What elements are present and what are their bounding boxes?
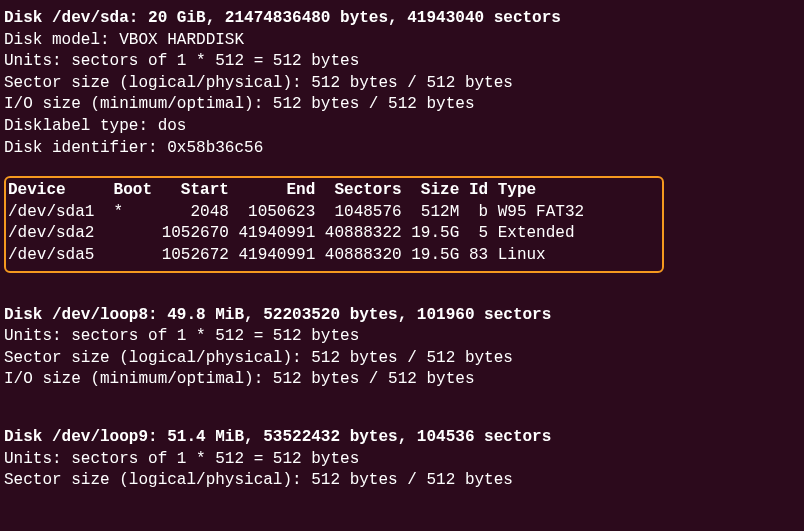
disk-loop9-sector: Sector size (logical/physical): 512 byte…	[4, 470, 800, 492]
disk-sda-model: Disk model: VBOX HARDDISK	[4, 30, 800, 52]
disk-sda-identifier: Disk identifier: 0x58b36c56	[4, 138, 800, 160]
disk-loop8-sector: Sector size (logical/physical): 512 byte…	[4, 348, 800, 370]
disk-sda-units: Units: sectors of 1 * 512 = 512 bytes	[4, 51, 800, 73]
disk-sda-header: Disk /dev/sda: 20 GiB, 21474836480 bytes…	[4, 8, 800, 30]
disk-loop9-units: Units: sectors of 1 * 512 = 512 bytes	[4, 449, 800, 471]
disk-sda-io: I/O size (minimum/optimal): 512 bytes / …	[4, 94, 800, 116]
disk-loop8-units: Units: sectors of 1 * 512 = 512 bytes	[4, 326, 800, 348]
disk-loop9-header: Disk /dev/loop9: 51.4 MiB, 53522432 byte…	[4, 427, 800, 449]
partition-header: Device Boot Start End Sectors Size Id Ty…	[8, 180, 660, 202]
partition-table-highlight: Device Boot Start End Sectors Size Id Ty…	[4, 176, 664, 272]
table-row: /dev/sda2 1052670 41940991 40888322 19.5…	[8, 223, 660, 245]
terminal-output: Disk /dev/sda: 20 GiB, 21474836480 bytes…	[4, 8, 800, 492]
disk-sda-sector: Sector size (logical/physical): 512 byte…	[4, 73, 800, 95]
disk-loop8-io: I/O size (minimum/optimal): 512 bytes / …	[4, 369, 800, 391]
disk-sda-label: Disklabel type: dos	[4, 116, 800, 138]
disk-loop8-header: Disk /dev/loop8: 49.8 MiB, 52203520 byte…	[4, 305, 800, 327]
table-row: /dev/sda1 * 2048 1050623 1048576 512M b …	[8, 202, 660, 224]
table-row: /dev/sda5 1052672 41940991 40888320 19.5…	[8, 245, 660, 267]
